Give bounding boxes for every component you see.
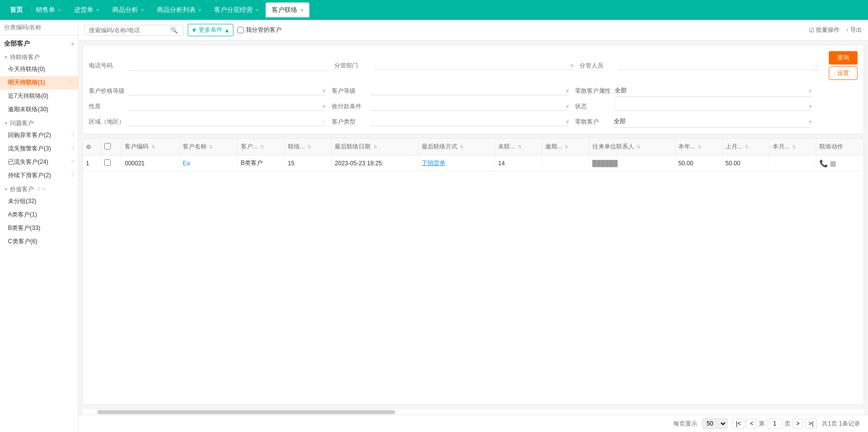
sidebar-item-repurchase-abnormal[interactable]: 回购异常客户(2) ? — [0, 129, 78, 142]
nature-select[interactable]: ∨ — [128, 102, 326, 111]
chevron-down-icon: ∨ — [808, 88, 812, 93]
sidebar-item-churn-warning[interactable]: 流失预警客户(3) ? — [0, 142, 78, 155]
top-nav: 首页 销售单 × 进货单 × 商品分析 × 商品分析列表 × 客户分层经营 × … — [0, 0, 868, 20]
sidebar-item-tomorrow[interactable]: 明天待联络(1) — [0, 76, 78, 89]
col-settings[interactable]: ⚙ — [83, 139, 101, 155]
cell-name[interactable]: Ea — [180, 155, 238, 171]
dept-select[interactable]: ∨ — [373, 61, 574, 70]
sidebar-item-class-b[interactable]: B类客户(33) — [0, 221, 78, 235]
more-filter-button[interactable]: ▼ 更多条件 ▲ — [188, 24, 233, 36]
set-button[interactable]: 设置 — [829, 67, 858, 80]
col-uncontacted[interactable]: 未联... ⇅ — [495, 139, 542, 155]
sidebar-item-class-c[interactable]: C类客户(6) — [0, 235, 78, 248]
chevron-down-icon: ∨ — [566, 119, 569, 124]
col-last-date[interactable]: 最后联络日期 ⇅ — [332, 139, 418, 155]
help-icon: ? — [71, 159, 74, 165]
dept-label: 分管部门 — [334, 62, 369, 70]
data-table: ⚙ 客户编码 ⇅ 客户名称 ⇅ 客户... ⇅ 联络... ⇅ 最后联络日期 ⇅… — [83, 139, 864, 171]
last-method-link[interactable]: 下销货单 — [422, 159, 445, 166]
price-level-select[interactable]: ∨ — [129, 86, 326, 95]
retail-attr-select[interactable]: 全部 ∨ — [615, 85, 812, 97]
sidebar-item-ungrouped[interactable]: 未分组(32) — [0, 195, 78, 208]
customer-level-select[interactable]: ∨ — [370, 86, 569, 95]
group-problem-customers[interactable]: 问题客户 — [0, 116, 78, 129]
page-input[interactable] — [767, 419, 783, 429]
first-page-button[interactable]: |< — [732, 419, 744, 429]
col-last-month[interactable]: 上月... ⇅ — [722, 139, 769, 155]
col-code[interactable]: 客户编码 ⇅ — [122, 139, 180, 155]
grid-icon[interactable]: ▦ — [830, 159, 836, 167]
close-icon[interactable]: × — [300, 7, 303, 13]
filter-row-4: 区域（地区） ··· 客户类型 ∨ 零散客户 全部 — [89, 116, 858, 128]
call-icon[interactable]: 📞 — [819, 159, 828, 167]
cell-last-method[interactable]: 下销货单 — [418, 155, 495, 171]
sidebar-item-declining[interactable]: 持续下滑客户(2) ? — [0, 169, 78, 182]
last-page-button[interactable]: >| — [805, 419, 817, 429]
sidebar-item-7days[interactable]: 近7天待联络(0) — [0, 89, 78, 103]
payment-select[interactable]: ∨ — [370, 102, 569, 111]
nav-item-home[interactable]: 首页 — [4, 2, 29, 17]
nature-label: 性质 — [89, 102, 124, 111]
chevron-down-icon: ∨ — [566, 103, 569, 109]
chevron-down-icon: ∨ — [808, 103, 812, 109]
search-input[interactable] — [89, 27, 168, 34]
row-checkbox[interactable] — [104, 159, 111, 166]
customer-type-select[interactable]: ∨ — [370, 117, 569, 126]
col-overdue[interactable]: 逾期... ⇅ — [542, 139, 589, 155]
search-button[interactable]: 🔍 — [170, 27, 178, 34]
collapse-icon[interactable]: « — [71, 41, 74, 47]
close-icon[interactable]: × — [199, 7, 202, 13]
prev-page-button[interactable]: < — [746, 419, 757, 429]
group-value-customers[interactable]: 价值客户 ↺ ✎ — [0, 182, 78, 195]
close-icon[interactable]: × — [58, 7, 61, 13]
pagination-footer: 每页显示 50 100 200 |< < 第 页 > >| 共1页 1条记录 — [78, 415, 868, 432]
nav-item-customer-segmentation[interactable]: 客户分层经营 × — [208, 2, 265, 17]
col-checkbox[interactable] — [101, 139, 122, 155]
col-name[interactable]: 客户名称 ⇅ — [180, 139, 238, 155]
next-page-button[interactable]: > — [793, 419, 803, 429]
nav-item-sales[interactable]: 销售单 × — [30, 2, 67, 17]
retail-customer-select[interactable]: 全部 ∨ — [614, 116, 812, 128]
more-icon[interactable]: ··· — [815, 63, 819, 68]
export-icon: ↑ — [846, 27, 849, 34]
filter-field-manager: 分管人员 ··· — [579, 61, 819, 70]
col-last-method[interactable]: 最后联络方式 ⇅ — [418, 139, 495, 155]
sidebar-item-churned[interactable]: 已流失客户(24) ? — [0, 155, 78, 169]
sidebar-item-today[interactable]: 今天待联络(0) — [0, 63, 78, 76]
group-waiting-contact[interactable]: 待联络客户 — [0, 50, 78, 63]
cell-checkbox[interactable] — [101, 155, 122, 171]
col-contact-count[interactable]: 联络... ⇅ — [285, 139, 332, 155]
all-customers-header[interactable]: 全部客户 « — [0, 35, 78, 50]
col-this-year[interactable]: 本年... ⇅ — [675, 139, 723, 155]
query-button[interactable]: 查询 — [829, 51, 858, 65]
close-icon[interactable]: × — [141, 7, 144, 13]
toolbar: 🔍 ▼ 更多条件 ▲ 我分管的客户 ☑ 批量操作 ↑ 导出 — [78, 20, 868, 41]
horizontal-scrollbar[interactable] — [82, 409, 864, 415]
nav-item-product-analysis-list[interactable]: 商品分析列表 × — [151, 2, 208, 17]
nav-item-purchase[interactable]: 进货单 × — [68, 2, 105, 17]
nav-item-product-analysis[interactable]: 商品分析 × — [106, 2, 150, 17]
sidebar-item-class-a[interactable]: A类客户(1) — [0, 208, 78, 221]
phone-input[interactable] — [128, 61, 328, 71]
more-icon[interactable]: ··· — [322, 119, 326, 124]
main-layout: 🔍 全部客户 « 待联络客户 今天待联络(0) 明天待联络(1) 近7天待联络(… — [0, 20, 868, 432]
batch-operation-button[interactable]: ☑ 批量操作 — [809, 26, 840, 34]
close-icon[interactable]: × — [256, 7, 259, 13]
sidebar-item-overdue[interactable]: 逾期未联络(30) — [0, 103, 78, 116]
region-select[interactable]: ··· — [129, 117, 326, 126]
filter-row-3: 性质 ∨ 收付款条件 ∨ 状态 — [89, 102, 858, 111]
select-all-checkbox[interactable] — [104, 143, 111, 149]
close-icon[interactable]: × — [96, 7, 99, 13]
status-select[interactable]: ∨ — [614, 102, 812, 111]
sidebar-search-input[interactable] — [4, 24, 78, 31]
per-page-select[interactable]: 50 100 200 — [702, 418, 727, 429]
scrollbar-thumb[interactable] — [97, 410, 395, 414]
manager-select[interactable]: ··· — [618, 61, 819, 70]
nav-item-customer-contact[interactable]: 客户联络 × — [266, 2, 309, 17]
my-customers-checkbox[interactable] — [237, 27, 244, 33]
col-type[interactable]: 客户... ⇅ — [237, 139, 285, 155]
col-this-month[interactable]: 本月... ⇅ — [769, 139, 816, 155]
export-button[interactable]: ↑ 导出 — [846, 26, 862, 34]
col-contact-person[interactable]: 往来单位联系人 ⇅ — [589, 139, 675, 155]
my-customers-checkbox-wrap: 我分管的客户 — [237, 26, 282, 34]
